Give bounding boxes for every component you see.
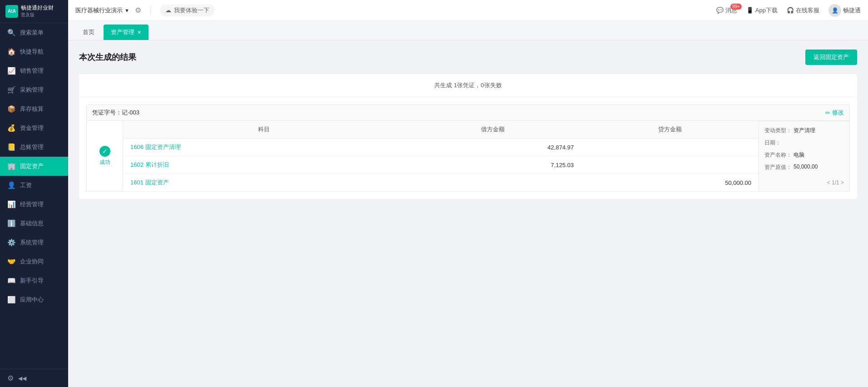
sidebar-item-operations[interactable]: 📊 经营管理 — [0, 195, 68, 214]
sidebar-item-guide[interactable]: 📖 新手引导 — [0, 271, 68, 290]
sidebar-item-label: 总账管理 — [20, 143, 44, 151]
service-icon: 🎧 — [787, 7, 794, 14]
credit-cell — [581, 139, 759, 156]
sidebar-item-ledger[interactable]: 📒 总账管理 — [0, 138, 68, 157]
guide-icon: 📖 — [7, 277, 15, 285]
avatar: 👤 — [828, 4, 841, 17]
cooperation-icon: 🤝 — [7, 258, 15, 266]
sidebar-item-finance[interactable]: 💰 资金管理 — [0, 119, 68, 138]
sidebar-item-label: 搜索菜单 — [20, 29, 44, 37]
voucher-content: ✓ 成功 科目 借方金额 贷方金额 — [86, 121, 850, 192]
tab-close-icon[interactable]: ✕ — [137, 30, 141, 35]
sidebar-item-label: 新手引导 — [20, 277, 44, 285]
sidebar-item-label: 系统管理 — [20, 238, 44, 247]
chevron-down-icon: ▼ — [124, 8, 129, 13]
original-value-row: 资产原值： 50,000.00 — [764, 164, 844, 171]
download-icon: 📱 — [746, 7, 754, 14]
tabbar: 首页 资产管理 ✕ — [68, 21, 868, 40]
app-download-button[interactable]: 📱 App下载 — [746, 6, 778, 15]
search-icon: 🔍 — [7, 29, 15, 37]
tab-asset-label: 资产管理 — [111, 28, 134, 36]
result-summary: 共生成 1张凭证，0张失败 — [79, 74, 857, 97]
table-row: 1601 固定资产 50,000.00 — [123, 174, 759, 192]
sidebar-item-label: 基础信息 — [20, 219, 44, 228]
table-row: 1606 固定资产清理 42,874.97 — [123, 139, 759, 156]
sales-icon: 📈 — [7, 67, 15, 75]
result-box: 共生成 1张凭证，0张失败 凭证字号：记-003 ✏ 修改 ✓ — [79, 74, 857, 199]
date-row: 日期： — [764, 139, 844, 147]
tab-asset-mgmt[interactable]: 资产管理 ✕ — [104, 25, 149, 40]
table-header-row: 科目 借方金额 贷方金额 — [123, 121, 759, 139]
operations-icon: 📊 — [7, 200, 15, 208]
subject-cell: 1602 累计折旧 — [123, 156, 405, 174]
page-info: 1/1 — [832, 179, 841, 186]
online-service-label: 在线客服 — [796, 6, 819, 15]
debit-cell — [404, 174, 581, 192]
sidebar-nav: 🔍 搜索菜单 🏠 快捷导航 📈 销售管理 🛒 采购管理 📦 库存核算 💰 资金管… — [0, 23, 68, 369]
company-selector[interactable]: 医疗器械行业演示 ▼ — [75, 6, 129, 15]
company-name: 医疗器械行业演示 — [75, 6, 123, 15]
user-menu[interactable]: 👤 畅捷通 — [828, 4, 861, 17]
sidebar-item-inventory[interactable]: 📦 库存核算 — [0, 99, 68, 119]
col-credit: 贷方金额 — [581, 121, 759, 139]
collapse-icon[interactable]: ◀◀ — [18, 375, 26, 382]
prev-page-icon[interactable]: < — [827, 179, 830, 186]
sidebar-item-label: 资金管理 — [20, 124, 44, 132]
page-title: 本次生成的结果 — [79, 52, 136, 63]
subject-cell: 1601 固定资产 — [123, 174, 405, 192]
debit-cell: 42,874.97 — [404, 139, 581, 156]
success-icon: ✓ — [99, 146, 110, 157]
topbar-divider — [150, 6, 151, 15]
settings-gear-icon[interactable]: ⚙ — [135, 6, 141, 15]
tab-home[interactable]: 首页 — [75, 25, 102, 40]
sidebar-item-label: 销售管理 — [20, 67, 44, 75]
change-type-value: 资产清理 — [794, 127, 815, 134]
original-value-label: 资产原值： — [764, 164, 792, 171]
return-button[interactable]: 返回固定资产 — [805, 50, 857, 65]
voucher-table-wrapper: 科目 借方金额 贷方金额 1606 固定资产清理 42,874.97 — [123, 121, 759, 192]
info-icon: ℹ️ — [7, 219, 15, 228]
next-page-icon[interactable]: > — [841, 179, 844, 186]
asset-name-value: 电脑 — [794, 151, 804, 159]
app-edition: 普及版 — [21, 12, 54, 18]
message-badge: 99+ — [730, 4, 742, 10]
experience-button[interactable]: ☁ 我要体验一下 — [160, 5, 215, 16]
sidebar-item-system[interactable]: ⚙️ 系统管理 — [0, 233, 68, 252]
home-icon: 🏠 — [7, 48, 15, 56]
experience-label: 我要体验一下 — [174, 6, 209, 15]
sidebar-item-sales[interactable]: 📈 销售管理 — [0, 61, 68, 80]
change-type-label: 变动类型： — [764, 127, 792, 134]
sidebar-item-label: 经营管理 — [20, 200, 44, 208]
sidebar-item-label: 库存核算 — [20, 105, 44, 113]
sidebar-item-cooperation[interactable]: 🤝 企业协同 — [0, 252, 68, 271]
sidebar-item-label: 固定资产 — [20, 162, 44, 170]
tab-home-label: 首页 — [83, 28, 94, 36]
ledger-icon: 📒 — [7, 143, 15, 151]
settings-icon[interactable]: ⚙ — [7, 374, 14, 382]
cloud-icon: ☁ — [165, 7, 171, 14]
original-value-value: 50,000.00 — [794, 164, 818, 171]
sidebar-item-app-center[interactable]: ⬜ 应用中心 — [0, 290, 68, 309]
voucher-number: 凭证字号：记-003 — [92, 109, 139, 117]
table-row: 1602 累计折旧 7,125.03 — [123, 156, 759, 174]
sidebar-logo: AtA 畅捷通好业财 普及版 — [0, 0, 68, 23]
fixed-assets-icon: 🏢 — [7, 162, 15, 170]
sidebar-item-quick-nav[interactable]: 🏠 快捷导航 — [0, 42, 68, 61]
sidebar-item-basic-info[interactable]: ℹ️ 基础信息 — [0, 214, 68, 233]
username-label: 畅捷通 — [843, 6, 861, 15]
page-header: 本次生成的结果 返回固定资产 — [79, 50, 857, 65]
sidebar-item-search[interactable]: 🔍 搜索菜单 — [0, 23, 68, 42]
app-name: 畅捷通好业财 — [21, 5, 54, 12]
change-type-row: 变动类型： 资产清理 — [764, 127, 844, 134]
message-button[interactable]: 💬 消息 99+ — [716, 6, 737, 15]
sidebar-item-fixed-assets[interactable]: 🏢 固定资产 — [0, 157, 68, 176]
sidebar-item-label: 企业协同 — [20, 258, 44, 266]
sidebar-item-payroll[interactable]: 👤 工资 — [0, 176, 68, 195]
sidebar: AtA 畅捷通好业财 普及版 🔍 搜索菜单 🏠 快捷导航 📈 销售管理 🛒 采购… — [0, 0, 68, 387]
content-area: 本次生成的结果 返回固定资产 共生成 1张凭证，0张失败 凭证字号：记-003 … — [68, 40, 868, 387]
purchase-icon: 🛒 — [7, 86, 15, 94]
main-area: 医疗器械行业演示 ▼ ⚙ ☁ 我要体验一下 💬 消息 99+ 📱 App下载 🎧… — [68, 0, 868, 387]
sidebar-item-purchase[interactable]: 🛒 采购管理 — [0, 80, 68, 99]
edit-button[interactable]: ✏ 修改 — [825, 109, 844, 117]
online-service-button[interactable]: 🎧 在线客服 — [787, 6, 819, 15]
